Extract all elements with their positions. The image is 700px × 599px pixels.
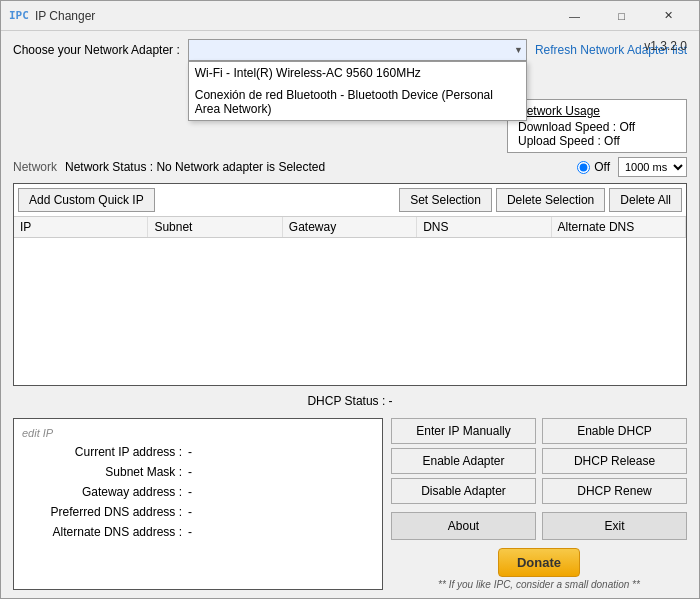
adapter-select[interactable] — [188, 39, 527, 61]
donate-row: Donate ** If you like IPC, consider a sm… — [391, 548, 687, 590]
status-row: Network Network Status : No Network adap… — [13, 157, 687, 177]
action-row-1: Enter IP Manually Enable DHCP — [391, 418, 687, 444]
app-icon: IPC — [9, 9, 29, 22]
close-button[interactable]: ✕ — [646, 6, 691, 26]
enable-dhcp-button[interactable]: Enable DHCP — [542, 418, 687, 444]
off-radio[interactable] — [577, 161, 590, 174]
dns-value: - — [188, 505, 192, 519]
dhcp-release-button[interactable]: DHCP Release — [542, 448, 687, 474]
gateway-value: - — [188, 485, 192, 499]
table-header: IP Subnet Gateway DNS Alternate DNS — [14, 217, 686, 238]
title-bar: IPC IP Changer — □ ✕ — [1, 1, 699, 31]
action-row-3: Disable Adapter DHCP Renew — [391, 478, 687, 504]
exit-button[interactable]: Exit — [542, 512, 687, 540]
table-body — [14, 238, 686, 385]
radio-group: Off — [577, 160, 610, 174]
dns-row: Preferred DNS address : - — [22, 505, 374, 519]
bottom-section: edit IP Current IP address : - Subnet Ma… — [13, 418, 687, 590]
enable-adapter-button[interactable]: Enable Adapter — [391, 448, 536, 474]
edit-panel-label: edit IP — [22, 427, 374, 439]
gateway-label: Gateway address : — [22, 485, 182, 499]
current-ip-row: Current IP address : - — [22, 445, 374, 459]
col-subnet: Subnet — [148, 217, 282, 237]
window-controls: — □ ✕ — [552, 6, 691, 26]
dhcp-renew-button[interactable]: DHCP Renew — [542, 478, 687, 504]
off-label: Off — [594, 160, 610, 174]
ip-table-section: Add Custom Quick IP Set Selection Delete… — [13, 183, 687, 386]
adapter-option-wifi[interactable]: Wi-Fi - Intel(R) Wireless-AC 9560 160MHz — [189, 62, 526, 84]
adapter-label: Choose your Network Adapter : — [13, 43, 180, 57]
donate-note: ** If you like IPC, consider a small don… — [438, 579, 640, 590]
adapter-row: Choose your Network Adapter : Wi-Fi - In… — [13, 39, 687, 61]
subnet-label: Subnet Mask : — [22, 465, 182, 479]
edit-panel: edit IP Current IP address : - Subnet Ma… — [13, 418, 383, 590]
disable-adapter-button[interactable]: Disable Adapter — [391, 478, 536, 504]
col-ip: IP — [14, 217, 148, 237]
enter-ip-manually-button[interactable]: Enter IP Manually — [391, 418, 536, 444]
adapter-dropdown-list: Wi-Fi - Intel(R) Wireless-AC 9560 160MHz… — [188, 61, 527, 121]
interval-select[interactable]: 1000 ms — [618, 157, 687, 177]
content-area: v1.3.2.0 Choose your Network Adapter : W… — [1, 31, 699, 598]
delete-selection-button[interactable]: Delete Selection — [496, 188, 605, 212]
subnet-row: Subnet Mask : - — [22, 465, 374, 479]
dhcp-status-row: DHCP Status : - — [13, 394, 687, 408]
about-exit-row: About Exit — [391, 512, 687, 540]
current-ip-value: - — [188, 445, 192, 459]
action-row-2: Enable Adapter DHCP Release — [391, 448, 687, 474]
upload-speed: Upload Speed : Off — [518, 134, 676, 148]
alt-dns-value: - — [188, 525, 192, 539]
alt-dns-label: Alternate DNS address : — [22, 525, 182, 539]
network-status-text: Network Status : No Network adapter is S… — [65, 160, 569, 174]
maximize-button[interactable]: □ — [599, 6, 644, 26]
main-window: IPC IP Changer — □ ✕ v1.3.2.0 Choose you… — [0, 0, 700, 599]
col-dns: DNS — [417, 217, 551, 237]
network-usage-panel: Network Usage Download Speed : Off Uploa… — [507, 99, 687, 153]
dns-label: Preferred DNS address : — [22, 505, 182, 519]
network-usage-title: Network Usage — [518, 104, 676, 118]
current-ip-label: Current IP address : — [22, 445, 182, 459]
subnet-value: - — [188, 465, 192, 479]
version-label: v1.3.2.0 — [644, 39, 687, 53]
action-buttons-panel: Enter IP Manually Enable DHCP Enable Ada… — [391, 418, 687, 590]
about-button[interactable]: About — [391, 512, 536, 540]
col-alt-dns: Alternate DNS — [552, 217, 686, 237]
alt-dns-row: Alternate DNS address : - — [22, 525, 374, 539]
download-speed: Download Speed : Off — [518, 120, 676, 134]
dhcp-status-text: DHCP Status : - — [307, 394, 392, 408]
delete-all-button[interactable]: Delete All — [609, 188, 682, 212]
donate-button[interactable]: Donate — [498, 548, 580, 577]
gateway-row: Gateway address : - — [22, 485, 374, 499]
adapter-select-wrapper: Wi-Fi - Intel(R) Wireless-AC 9560 160MHz… — [188, 39, 527, 61]
col-gateway: Gateway — [283, 217, 417, 237]
network-section-label: Network — [13, 160, 57, 174]
table-toolbar: Add Custom Quick IP Set Selection Delete… — [14, 184, 686, 217]
adapter-option-bluetooth[interactable]: Conexión de red Bluetooth - Bluetooth De… — [189, 84, 526, 120]
add-custom-quick-ip-button[interactable]: Add Custom Quick IP — [18, 188, 155, 212]
app-title: IP Changer — [35, 9, 552, 23]
minimize-button[interactable]: — — [552, 6, 597, 26]
set-selection-button[interactable]: Set Selection — [399, 188, 492, 212]
